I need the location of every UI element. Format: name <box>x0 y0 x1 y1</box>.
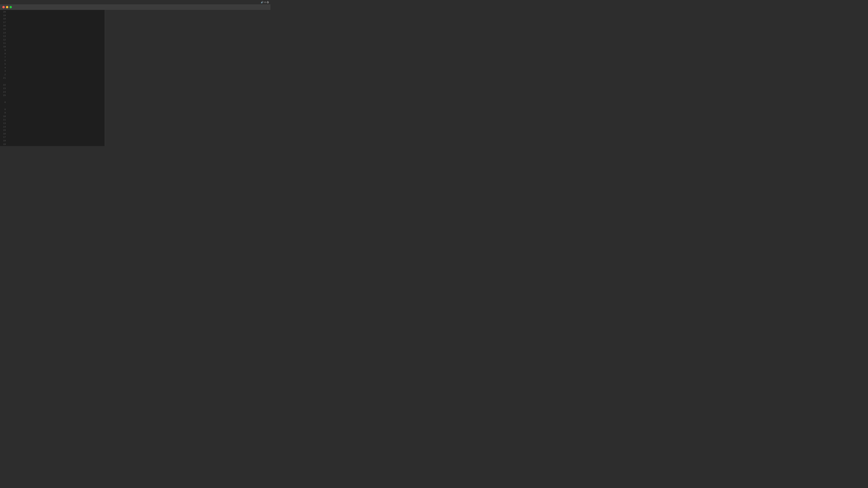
window-controls[interactable] <box>2 6 12 8</box>
sys-icons: 🔊 ⊙ ⏻ <box>261 1 269 4</box>
window-titlebar <box>0 4 271 10</box>
code-area: 20 19 18 17 16 15 14 13 12 11 10 9 8 7 6… <box>0 10 105 146</box>
line-numbers: 20 19 18 17 16 15 14 13 12 11 10 9 8 7 6… <box>0 10 7 146</box>
maximize-button[interactable] <box>9 6 12 8</box>
code-text[interactable] <box>7 10 105 146</box>
main-split: 20 19 18 17 16 15 14 13 12 11 10 9 8 7 6… <box>0 10 271 146</box>
editor-panel[interactable]: 20 19 18 17 16 15 14 13 12 11 10 9 8 7 6… <box>0 10 105 146</box>
system-topbar: 🔊 ⊙ ⏻ <box>0 0 271 4</box>
close-button[interactable] <box>2 6 5 8</box>
minimize-button[interactable] <box>6 6 8 8</box>
topbar-right: 🔊 ⊙ ⏻ <box>258 1 269 4</box>
